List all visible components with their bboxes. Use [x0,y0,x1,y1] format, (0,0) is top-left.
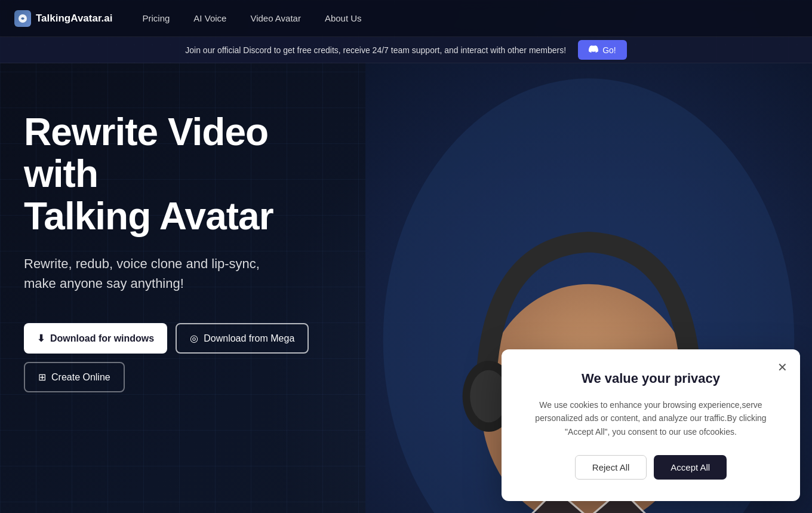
hero-subtitle-line1: Rewrite, redub, voice clone and lip-sync… [24,256,260,271]
download-icon: ⬇ [37,333,45,344]
nav-pricing[interactable]: Pricing [132,8,181,28]
hero-title-line2: Talking Avatar [24,195,273,238]
modal-close-button[interactable]: ✕ [774,359,791,376]
download-windows-button[interactable]: ⬇ Download for windows [24,323,167,354]
cookie-modal: ✕ We value your privacy We use cookies t… [502,349,800,501]
discord-banner-text: Join our official Discord to get free cr… [185,45,566,55]
reject-all-button[interactable]: Reject All [575,455,647,480]
download-windows-label: Download for windows [50,333,154,344]
discord-icon [589,44,598,56]
mega-icon: ◎ [190,333,198,344]
accept-all-button[interactable]: Accept All [654,455,727,480]
discord-go-button[interactable]: Go! [578,40,627,60]
hero-title: Rewrite Video with Talking Avatar [24,111,346,237]
create-icon: ⊞ [38,371,46,383]
hero-subtitle-line2: make anyone say anything! [24,276,184,291]
hero-subtitle: Rewrite, redub, voice clone and lip-sync… [24,254,346,293]
navbar: TalkingAvatar.ai Pricing AI Voice Video … [0,0,812,37]
cookie-modal-text: We use cookies to enhance your browsing … [523,398,779,438]
nav-about-us[interactable]: About Us [314,8,373,28]
discord-btn-label: Go! [602,45,616,55]
logo-icon [14,10,31,27]
logo-text: TalkingAvatar.ai [36,13,113,24]
nav-ai-voice[interactable]: AI Voice [183,8,237,28]
download-mega-button[interactable]: ◎ Download from Mega [176,323,309,354]
download-mega-label: Download from Mega [204,333,294,344]
logo[interactable]: TalkingAvatar.ai [14,10,113,27]
hero-content: Rewrite Video with Talking Avatar Rewrit… [0,63,370,428]
create-online-label: Create Online [51,372,110,383]
hero-buttons: ⬇ Download for windows ◎ Download from M… [24,323,346,392]
create-online-button[interactable]: ⊞ Create Online [24,362,125,392]
nav-video-avatar[interactable]: Video Avatar [239,8,312,28]
cookie-modal-title: We value your privacy [523,371,779,386]
discord-banner: Join our official Discord to get free cr… [0,37,812,63]
nav-links: Pricing AI Voice Video Avatar About Us [132,8,373,28]
cookie-modal-buttons: Reject All Accept All [523,455,779,480]
hero-title-line1: Rewrite Video with [24,110,268,195]
